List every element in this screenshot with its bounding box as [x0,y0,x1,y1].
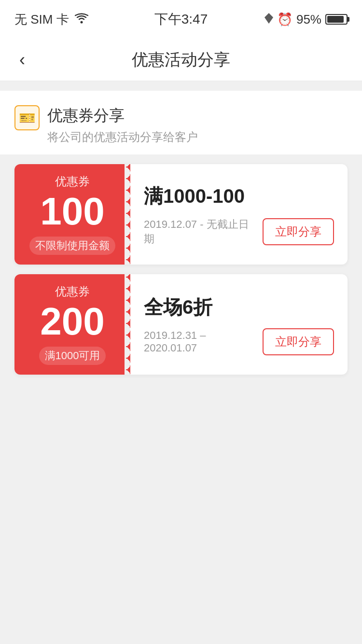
coupon-bottom: 2019.12.31 – 2020.01.07 立即分享 [144,328,334,355]
section-header: 🎫 优惠券分享 将公司的优惠活动分享给客户 [0,91,362,154]
status-time: 下午3:47 [154,10,208,28]
back-button[interactable]: ‹ [14,45,30,75]
coupon-card: 优惠券 200 满1000可用 全场6折 2019.12.31 – 2020.0… [14,274,348,375]
coupon-label: 优惠券 [55,284,90,299]
battery-icon [325,14,348,25]
coupon-amount: 100 [40,192,104,231]
coupon-condition: 满1000可用 [39,347,106,365]
carrier-text: 无 SIM 卡 [14,11,69,28]
share-button[interactable]: 立即分享 [263,218,334,245]
section-icon: 🎫 [14,105,40,130]
nav-bar: ‹ 优惠活动分享 [0,39,362,81]
coupon-left: 优惠券 200 满1000可用 [14,274,130,375]
page-title: 优惠活动分享 [132,49,230,71]
coupon-right: 全场6折 2019.12.31 – 2020.01.07 立即分享 [130,274,348,375]
coupon-name: 全场6折 [144,294,334,321]
battery-percent: 95% [296,12,321,27]
coupon-condition: 不限制使用金额 [29,237,115,255]
coupon-left: 优惠券 100 不限制使用金额 [14,164,130,265]
share-button[interactable]: 立即分享 [263,328,334,355]
status-bar: 无 SIM 卡 下午3:47 ⏰ 95% [0,0,362,39]
coupon-date: 2019.12.07 - 无截止日期 [144,217,258,246]
coupon-bottom: 2019.12.07 - 无截止日期 立即分享 [144,217,334,246]
coupon-amount: 200 [40,302,104,341]
wifi-icon [75,12,88,27]
section-text: 优惠券分享 将公司的优惠活动分享给客户 [47,105,198,145]
section-subtitle: 将公司的优惠活动分享给客户 [47,129,198,145]
coupon-right: 满1000-100 2019.12.07 - 无截止日期 立即分享 [130,164,348,265]
status-right: ⏰ 95% [265,12,348,27]
section-title: 优惠券分享 [47,105,198,126]
location-icon [265,12,273,27]
svg-point-0 [80,21,83,23]
coupon-list: 优惠券 100 不限制使用金额 满1000-100 2019.12.07 - 无… [0,154,362,384]
coupon-date: 2019.12.31 – 2020.01.07 [144,329,258,354]
alarm-icon: ⏰ [277,12,292,27]
coupon-card: 优惠券 100 不限制使用金额 满1000-100 2019.12.07 - 无… [14,164,348,265]
status-left: 无 SIM 卡 [14,11,88,28]
coupon-label: 优惠券 [55,174,90,189]
empty-area [0,384,362,644]
coupon-name: 满1000-100 [144,183,334,210]
